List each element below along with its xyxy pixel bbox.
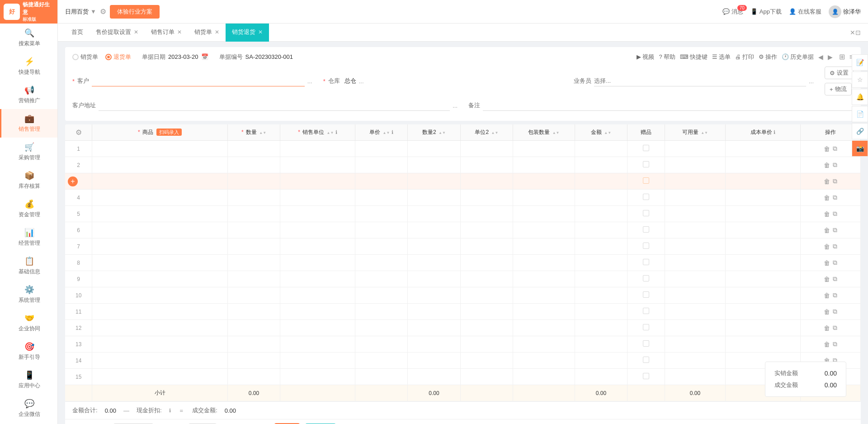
price-cell-15[interactable]: [355, 369, 407, 385]
unit2-cell-9[interactable]: [460, 271, 513, 287]
product-cell-8[interactable]: [92, 255, 227, 271]
pack-cell-6[interactable]: [513, 222, 575, 238]
qty2-cell-12[interactable]: [408, 320, 460, 336]
available-cell-12[interactable]: [665, 320, 725, 336]
unit-cell-4[interactable]: [280, 190, 355, 206]
amount-cell-9[interactable]: [575, 271, 627, 287]
qty-cell-4[interactable]: [227, 190, 280, 206]
grid-view-icon[interactable]: ⊞: [839, 52, 845, 61]
cost-cell-7[interactable]: [725, 238, 800, 255]
gift-checkbox-5[interactable]: [643, 210, 649, 216]
qty-cell-11[interactable]: [227, 304, 280, 320]
salesman-select-icon[interactable]: ...: [809, 78, 814, 85]
unit-cell-1[interactable]: [280, 141, 355, 157]
amount-cell-5[interactable]: [575, 206, 627, 222]
sidebar-item-inventory[interactable]: 📦 库存核算: [0, 166, 57, 195]
gift-cell-4[interactable]: [627, 190, 665, 206]
info-icon-price[interactable]: ℹ: [392, 129, 393, 135]
right-sidebar-link[interactable]: 🔗: [852, 123, 868, 139]
expand-tabs-icon[interactable]: ⊡: [855, 29, 861, 36]
section-label[interactable]: 日用百货 ▼: [65, 8, 96, 16]
unit2-cell-6[interactable]: [460, 222, 513, 238]
delete-row-12[interactable]: 🗑: [824, 324, 830, 332]
unit-cell-8[interactable]: [280, 255, 355, 271]
action-help[interactable]: ? 帮助: [659, 53, 675, 61]
copy-row-3[interactable]: ⧉: [833, 177, 837, 185]
product-cell-12[interactable]: [92, 320, 227, 336]
calendar-icon[interactable]: 📅: [201, 53, 208, 60]
qty-cell-7[interactable]: [227, 238, 280, 255]
gift-checkbox-14[interactable]: [643, 357, 649, 363]
gift-checkbox-13[interactable]: [643, 340, 649, 347]
tab-close-price-settings[interactable]: ✕: [134, 29, 138, 35]
qty-cell-8[interactable]: [227, 255, 280, 271]
right-sidebar-star[interactable]: ☆: [852, 71, 868, 88]
pack-cell-3[interactable]: [513, 173, 575, 190]
cost-cell-12[interactable]: [725, 320, 800, 336]
unit-cell-13[interactable]: [280, 336, 355, 353]
unit-cell-5[interactable]: [280, 206, 355, 222]
gift-cell-9[interactable]: [627, 271, 665, 287]
product-cell-13[interactable]: [92, 336, 227, 353]
product-cell-7[interactable]: [92, 238, 227, 255]
available-cell-11[interactable]: [665, 304, 725, 320]
qty-cell-9[interactable]: [227, 271, 280, 287]
amount-cell-11[interactable]: [575, 304, 627, 320]
delete-row-5[interactable]: 🗑: [824, 210, 830, 218]
gift-checkbox-10[interactable]: [643, 291, 649, 298]
cost-cell-8[interactable]: [725, 255, 800, 271]
available-cell-10[interactable]: [665, 287, 725, 304]
sidebar-item-search[interactable]: 🔍 搜索菜单: [0, 24, 57, 52]
tab-price-settings[interactable]: 售价提取设置 ✕: [90, 24, 145, 42]
radio-delivery[interactable]: 销货单: [72, 53, 98, 61]
cost-cell-3[interactable]: [725, 173, 800, 190]
scan-btn[interactable]: 扫码录入: [156, 129, 182, 136]
available-cell-13[interactable]: [665, 336, 725, 353]
gift-checkbox-6[interactable]: [643, 226, 649, 233]
price-cell-2[interactable]: [355, 157, 407, 173]
gift-checkbox-8[interactable]: [643, 259, 649, 265]
price-cell-7[interactable]: [355, 238, 407, 255]
address-select-icon[interactable]: ...: [453, 102, 458, 109]
amount-cell-10[interactable]: [575, 287, 627, 304]
delete-row-10[interactable]: 🗑: [824, 292, 830, 299]
available-cell-14[interactable]: [665, 353, 725, 369]
price-cell-11[interactable]: [355, 304, 407, 320]
available-cell-5[interactable]: [665, 206, 725, 222]
amount-cell-13[interactable]: [575, 336, 627, 353]
delete-row-9[interactable]: 🗑: [824, 276, 830, 283]
sidebar-item-shortcut[interactable]: ⚡ 快捷导航: [0, 52, 57, 81]
qty2-cell-6[interactable]: [408, 222, 460, 238]
qty2-cell-2[interactable]: [408, 157, 460, 173]
qty-cell-3[interactable]: [227, 173, 280, 190]
price-cell-5[interactable]: [355, 206, 407, 222]
product-cell-9[interactable]: [92, 271, 227, 287]
unit-cell-6[interactable]: [280, 222, 355, 238]
qty-cell-2[interactable]: [227, 157, 280, 173]
gift-checkbox-2[interactable]: [643, 161, 649, 167]
product-cell-5[interactable]: [92, 206, 227, 222]
gift-cell-12[interactable]: [627, 320, 665, 336]
copy-row-5[interactable]: ⧉: [833, 210, 837, 218]
qty2-cell-1[interactable]: [408, 141, 460, 157]
unit2-cell-11[interactable]: [460, 304, 513, 320]
unit2-cell-12[interactable]: [460, 320, 513, 336]
tab-sales-order[interactable]: 销售订单 ✕: [145, 24, 188, 42]
product-cell-4[interactable]: [92, 190, 227, 206]
online-service-btn[interactable]: 👤 在线客服: [789, 8, 821, 16]
next-icon[interactable]: ▶: [828, 53, 833, 61]
qty2-cell-10[interactable]: [408, 287, 460, 304]
product-cell-10[interactable]: [92, 287, 227, 304]
price-cell-14[interactable]: [355, 353, 407, 369]
user-menu[interactable]: 👤 徐泽华: [829, 5, 861, 18]
product-cell-15[interactable]: [92, 369, 227, 385]
pack-cell-4[interactable]: [513, 190, 575, 206]
unit-cell-11[interactable]: [280, 304, 355, 320]
qty-cell-15[interactable]: [227, 369, 280, 385]
qty2-cell-8[interactable]: [408, 255, 460, 271]
cost-cell-11[interactable]: [725, 304, 800, 320]
available-cell-8[interactable]: [665, 255, 725, 271]
product-cell-11[interactable]: [92, 304, 227, 320]
pack-cell-2[interactable]: [513, 157, 575, 173]
price-cell-12[interactable]: [355, 320, 407, 336]
